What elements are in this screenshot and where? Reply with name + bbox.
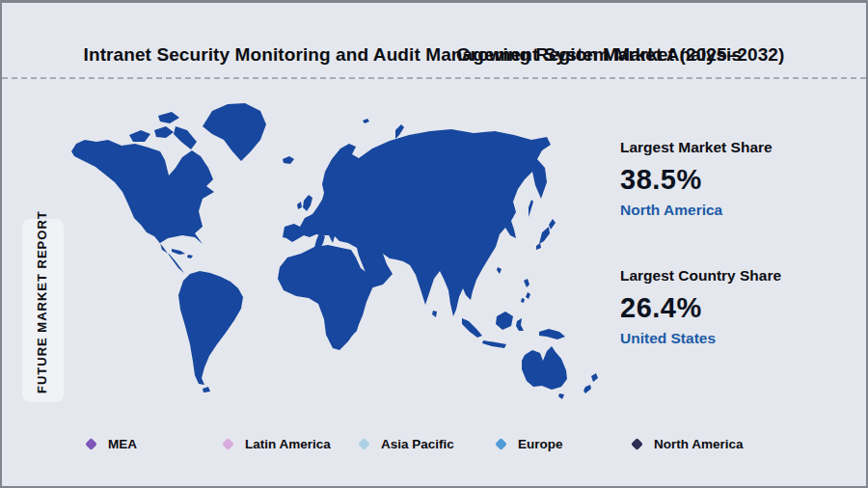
market-share-region: North America bbox=[620, 202, 861, 219]
country-share-region: United States bbox=[620, 330, 861, 347]
country-share-value: 26.4% bbox=[620, 292, 861, 324]
legend-item-north-america: North America bbox=[633, 434, 744, 453]
country-share-label: Largest Country Share bbox=[620, 267, 861, 285]
legend-label-europe: Europe bbox=[518, 437, 563, 451]
world-map-image bbox=[62, 92, 602, 423]
latin-america-diamond-icon bbox=[222, 438, 234, 450]
legend-label-latin-america: Latin America bbox=[245, 437, 331, 451]
dashed-divider bbox=[2, 77, 866, 79]
asia-pacific-diamond-icon bbox=[358, 438, 370, 450]
legend-label-north-america: North America bbox=[654, 437, 744, 451]
map-south-america bbox=[178, 271, 243, 385]
legend-item-europe: Europe bbox=[497, 434, 563, 453]
mea-diamond-icon bbox=[85, 438, 97, 450]
map-australia bbox=[522, 346, 567, 390]
europe-diamond-icon bbox=[495, 438, 507, 450]
map-greenland bbox=[203, 103, 266, 161]
brand-watermark: FUTURE MARKET REPORT bbox=[35, 226, 50, 393]
legend-item-latin-america: Latin America bbox=[224, 434, 331, 453]
map-north-america bbox=[71, 140, 214, 273]
report-canvas: Intranet Security Monitoring and Audit M… bbox=[0, 0, 868, 488]
market-share-label: Largest Market Share bbox=[620, 139, 861, 156]
market-share-value: 38.5% bbox=[620, 164, 861, 196]
legend-label-mea: MEA bbox=[108, 437, 137, 451]
legend-item-asia-pacific: Asia Pacific bbox=[360, 434, 454, 453]
north-america-diamond-icon bbox=[631, 438, 643, 450]
legend-label-asia-pacific: Asia Pacific bbox=[381, 437, 454, 451]
report-overlay-title: Growing Region Market Analysis bbox=[456, 44, 742, 66]
largest-country-share-block: Largest Country Share 26.4% United State… bbox=[620, 267, 861, 347]
legend-item-mea: MEA bbox=[87, 434, 137, 453]
stats-panel: Largest Market Share 38.5% North America… bbox=[620, 139, 861, 395]
largest-market-share-block: Largest Market Share 38.5% North America bbox=[620, 139, 861, 219]
